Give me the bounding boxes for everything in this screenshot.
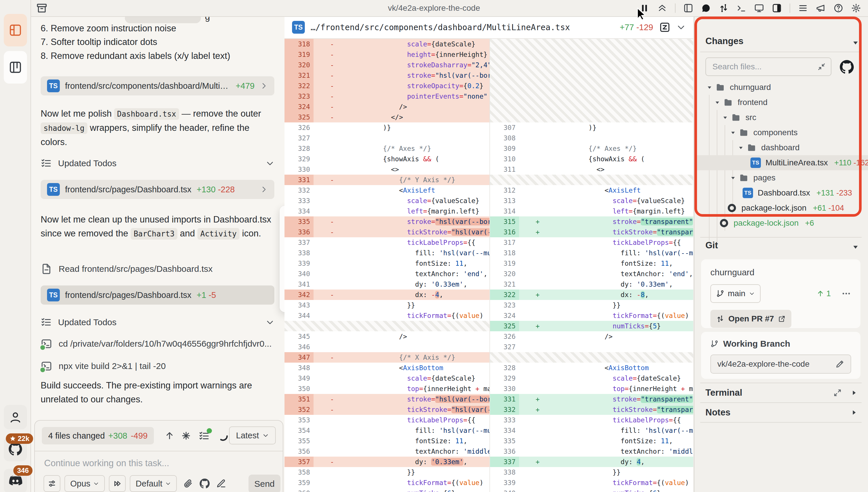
diff-removed-line[interactable]: 331- {/* Y Axis */} xyxy=(284,175,489,185)
scroll-to-top-button[interactable] xyxy=(164,430,175,441)
tree-file-dashboard-tsx[interactable]: TSDashboard.tsx+131 -233 xyxy=(695,186,868,200)
diff-context-line[interactable]: 340 textAnchor: 'end', xyxy=(284,269,489,279)
diff-added-line[interactable]: 332+ tickStroke="transparent" xyxy=(490,404,693,415)
toggle-left-panel-button[interactable] xyxy=(683,3,693,13)
diff-context-line[interactable]: 354 fill: 'hsl(var(--muted-foreground))' xyxy=(284,425,489,436)
split-view-icon[interactable] xyxy=(659,22,671,33)
diff-context-line[interactable]: 323 }} xyxy=(490,300,693,311)
tree-folder-src[interactable]: src xyxy=(695,110,868,125)
file-chip[interactable]: TSfrontend/src/components/dashboard/Mult… xyxy=(41,76,274,95)
git-collapse-caret[interactable] xyxy=(851,243,860,251)
pause-button[interactable] xyxy=(639,3,650,13)
diff-context-line[interactable]: 329 scale={dateScale} xyxy=(490,373,693,384)
diff-context-line[interactable]: 341 dy: '0.33em', xyxy=(284,279,489,290)
diff-context-line[interactable]: 330 <> xyxy=(284,164,489,175)
diff-context-line[interactable]: 311 <> xyxy=(490,164,693,175)
settings-button[interactable] xyxy=(851,3,861,13)
file-chip[interactable]: TSfrontend/src/pages/Dashboard.tsx+1 -5 xyxy=(41,286,274,304)
tool-call-row[interactable]: cd /private/var/folders/10/h7w0q46556ggr… xyxy=(41,337,274,351)
diff-context-line[interactable]: 313 scale={valueScale} xyxy=(490,196,693,206)
diff-collapsed-gap[interactable] xyxy=(284,321,489,331)
diff-context-line[interactable]: 348 <AxisBottom xyxy=(284,363,489,373)
tree-file-multilinearea-tsx[interactable]: TSMultiLineArea.tsx+110 -162 xyxy=(695,155,868,170)
tree-folder-pages[interactable]: pages xyxy=(695,170,868,186)
caret-down-icon[interactable] xyxy=(737,144,744,151)
notes-expand-caret[interactable] xyxy=(850,409,858,416)
diff-context-line[interactable]: 337 tickLabelProps={{ xyxy=(284,237,489,248)
diff-removed-line[interactable]: 357- dy: '0.33em', xyxy=(284,457,489,467)
diff-context-line[interactable]: 310 {showAxis && ( xyxy=(490,154,693,164)
diff-context-line[interactable]: 359 tickFormat={(value) xyxy=(284,477,489,488)
menu-button[interactable] xyxy=(798,3,808,13)
diff-context-line[interactable]: 332 <AxisLeft xyxy=(284,185,489,196)
diff-context-line[interactable]: 318 fill: 'hsl(var(--muted-foreground))' xyxy=(490,248,693,258)
tree-folder-components[interactable]: components xyxy=(695,125,868,140)
github-icon[interactable] xyxy=(840,60,854,74)
updated-todos-row[interactable]: Updated Todos xyxy=(41,156,274,171)
diff-collapsed-gap[interactable] xyxy=(490,352,693,363)
diff-context-line[interactable]: 350 top={innerHeight + margin.top} xyxy=(284,384,489,394)
caret-down-icon[interactable] xyxy=(722,114,729,121)
diff-context-line[interactable]: 340 numTicks={6} xyxy=(490,488,693,492)
diff-context-line[interactable]: 334 fill: 'hsl(var(--muted-foreground))' xyxy=(490,425,693,436)
collapse-diff-icon[interactable] xyxy=(676,23,686,32)
board-view-button[interactable] xyxy=(4,51,27,83)
chevron-down-icon[interactable] xyxy=(266,318,274,327)
diff-removed-line[interactable]: 322- strokeOpacity={0.2} xyxy=(284,81,489,91)
send-button[interactable]: Send xyxy=(249,474,280,492)
fast-forward-button[interactable] xyxy=(109,475,126,492)
branch-dropdown[interactable]: main xyxy=(710,284,760,303)
diff-context-line[interactable]: 321 dy: '0.33em', xyxy=(490,279,693,290)
diff-context-line[interactable]: 333 scale={valueScale} xyxy=(284,196,489,206)
diff-context-line[interactable]: 324 tickFormat={(value) xyxy=(490,311,693,321)
diff-context-line[interactable]: 360 numTicks={6} xyxy=(284,488,489,492)
diff-context-line[interactable]: 329 {showAxis && ( xyxy=(284,154,489,164)
diff-context-line[interactable]: 328 <AxisBottom xyxy=(490,363,693,373)
tree-folder-frontend[interactable]: frontend xyxy=(695,95,868,110)
updated-todos-row[interactable]: Updated Todos xyxy=(41,315,274,329)
diff-collapsed-gap[interactable] xyxy=(490,39,693,122)
feedback-button[interactable] xyxy=(816,3,826,13)
tree-folder-churnguard[interactable]: churnguard xyxy=(695,80,868,95)
diff-context-line[interactable]: 344 tickFormat={(value) xyxy=(284,311,489,321)
diff-context-line[interactable]: 355 fontSize: 11, xyxy=(284,436,489,446)
composer-settings-button[interactable] xyxy=(44,475,61,492)
terminal-expand-caret[interactable] xyxy=(850,389,858,397)
diff-removed-line[interactable]: 319- height={innerHeight} xyxy=(284,49,489,60)
diff-added-line[interactable]: 315+ stroke="transparent" xyxy=(490,216,693,227)
diff-context-line[interactable]: 345 /> xyxy=(284,331,489,342)
diff-context-line[interactable]: 307 )} xyxy=(490,122,693,133)
diff-added-line[interactable]: 322+ dx: -8, xyxy=(490,290,693,300)
caret-down-icon[interactable] xyxy=(729,174,736,181)
diff-context-line[interactable]: 319 fontSize: 11, xyxy=(490,258,693,269)
diff-context-line[interactable]: 346 xyxy=(284,342,489,352)
caret-down-icon[interactable] xyxy=(706,84,713,91)
diff-context-line[interactable]: 327 xyxy=(490,342,693,352)
diff-removed-line[interactable]: 324- /> xyxy=(284,101,489,112)
mode-dropdown[interactable]: Default xyxy=(130,475,177,492)
workspace-view-button[interactable] xyxy=(4,14,27,46)
diff-removed-line[interactable]: 335- stroke="hsl(var(--border))" xyxy=(284,216,489,227)
diff-removed-line[interactable]: 325- </> xyxy=(284,112,489,122)
tree-file-package-lock-json[interactable]: package-lock.json+61 -104 xyxy=(695,200,868,216)
diff-added-line[interactable]: 331+ stroke="transparent" xyxy=(490,394,693,404)
latest-dropdown[interactable]: Latest xyxy=(229,426,276,444)
toggle-right-panel-button[interactable] xyxy=(772,3,782,13)
working-branch-input[interactable]: vk/4e2a-explore-the-code xyxy=(710,354,851,374)
terminal-view-button[interactable] xyxy=(736,3,746,13)
diff-context-line[interactable]: 339 tickFormat={(value) xyxy=(490,477,693,488)
diff-collapsed-gap[interactable] xyxy=(490,175,693,185)
attach-button[interactable] xyxy=(183,479,193,489)
chevron-down-icon[interactable] xyxy=(266,159,274,168)
account-button[interactable] xyxy=(4,405,27,429)
notes-section[interactable]: Notes xyxy=(695,403,868,422)
tree-folder-dashboard[interactable]: dashboard xyxy=(695,140,868,155)
diff-header[interactable]: TS …/frontend/src/components/dashboard/M… xyxy=(284,16,693,39)
diff-context-line[interactable]: 356 textAnchor: 'middle', xyxy=(284,446,489,457)
diff-view-button[interactable] xyxy=(719,3,729,13)
diff-context-line[interactable]: 338 fill: 'hsl(var(--muted-foreground))' xyxy=(284,248,489,258)
diff-context-line[interactable]: 328 {/* Axes */} xyxy=(284,143,489,154)
preview-view-button[interactable] xyxy=(754,3,764,13)
diff-context-line[interactable]: 343 }} xyxy=(284,300,489,311)
pen-button[interactable] xyxy=(216,479,226,489)
